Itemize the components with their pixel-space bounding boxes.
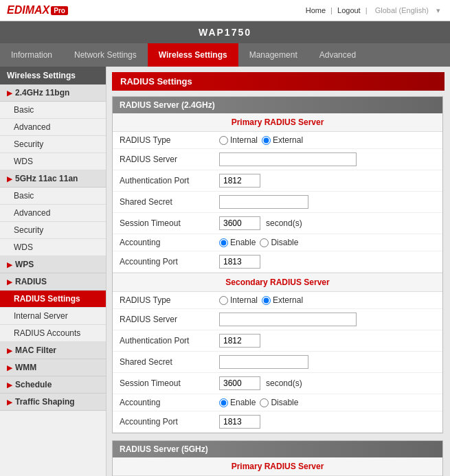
sidebar-item-wds-2g[interactable]: WDS: [0, 153, 106, 170]
radio-disable-accounting-primary-2g[interactable]: Disable: [260, 238, 298, 247]
radio-internal-primary-2g[interactable]: Internal: [219, 135, 258, 145]
auth-port-input-primary-2g[interactable]: [219, 174, 260, 188]
arrow-icon: ▶: [7, 398, 12, 406]
sidebar-group-wps[interactable]: ▶ WPS: [0, 256, 106, 273]
shared-secret-row-primary-2g: Shared Secret: [113, 192, 442, 213]
section-radius-5g: RADIUS Server (5GHz) Primary RADIUS Serv…: [112, 440, 443, 476]
sidebar-group-5g[interactable]: ▶ 5GHz 11ac 11an: [0, 170, 106, 188]
shared-secret-input-primary-2g[interactable]: [219, 195, 308, 209]
accounting-port-row-secondary-2g: Accounting Port: [113, 411, 442, 433]
sidebar-item-basic-2g[interactable]: Basic: [0, 102, 106, 119]
session-timeout-input-primary-2g[interactable]: [219, 216, 260, 230]
sidebar-item-basic-5g[interactable]: Basic: [0, 188, 106, 205]
sidebar-group-2g[interactable]: ▶ 2.4GHz 11bgn: [0, 84, 106, 102]
nav-tabs: Information Network Settings Wireless Se…: [0, 43, 450, 67]
radio-external-secondary-2g[interactable]: External: [262, 295, 303, 305]
tab-network-settings[interactable]: Network Settings: [63, 43, 148, 67]
sidebar-title: Wireless Settings: [0, 67, 106, 84]
section-header-2g: RADIUS Server (2.4GHz): [113, 97, 442, 113]
sidebar-item-security-5g[interactable]: Security: [0, 222, 106, 239]
session-timeout-row-secondary-2g: Session Timeout second(s): [113, 373, 442, 394]
logout-link[interactable]: Logout: [337, 6, 361, 14]
sidebar-item-radius-accounts[interactable]: RADIUS Accounts: [0, 325, 106, 342]
auth-port-row-primary-2g: Authentication Port: [113, 170, 442, 192]
main-layout: Wireless Settings ▶ 2.4GHz 11bgn Basic A…: [0, 67, 450, 476]
logo: EDIMAX Pro: [7, 4, 68, 16]
sidebar-item-advanced-5g[interactable]: Advanced: [0, 205, 106, 222]
sidebar-item-internal-server[interactable]: Internal Server: [0, 308, 106, 325]
arrow-icon: ▶: [7, 381, 12, 389]
shared-secret-input-secondary-2g[interactable]: [219, 355, 308, 369]
section-radius-2g: RADIUS Server (2.4GHz) Primary RADIUS Se…: [112, 96, 443, 433]
sidebar-item-advanced-2g[interactable]: Advanced: [0, 119, 106, 136]
sidebar-group-wmm[interactable]: ▶ WMM: [0, 359, 106, 376]
session-timeout-input-secondary-2g[interactable]: [219, 376, 260, 390]
content-scroll[interactable]: RADIUS Server (2.4GHz) Primary RADIUS Se…: [112, 96, 445, 476]
session-timeout-row-primary-2g: Session Timeout second(s): [113, 213, 442, 234]
seconds-label-primary-2g: second(s): [266, 218, 302, 228]
radio-external-primary-2g[interactable]: External: [262, 135, 303, 145]
auth-port-input-secondary-2g[interactable]: [219, 334, 260, 348]
page-title: RADIUS Settings: [112, 72, 445, 91]
section-header-5g: RADIUS Server (5GHz): [113, 441, 442, 457]
tab-advanced[interactable]: Advanced: [308, 43, 367, 67]
accounting-port-input-secondary-2g[interactable]: [219, 415, 260, 429]
primary-radius-header-5g: Primary RADIUS Server: [113, 457, 442, 476]
tab-wireless-settings[interactable]: Wireless Settings: [148, 43, 238, 67]
secondary-radius-header-2g: Secondary RADIUS Server: [113, 273, 442, 292]
tab-information[interactable]: Information: [0, 43, 63, 67]
radius-type-row-primary-2g: RADIUS Type Internal External: [113, 132, 442, 149]
arrow-icon: ▶: [7, 89, 12, 97]
home-link[interactable]: Home: [306, 6, 326, 14]
language-selector[interactable]: Global (English): [375, 6, 429, 14]
radius-server-row-secondary-2g: RADIUS Server: [113, 309, 442, 330]
arrow-icon: ▶: [7, 175, 12, 183]
sidebar-item-security-2g[interactable]: Security: [0, 136, 106, 153]
arrow-icon: ▶: [7, 364, 12, 372]
radio-disable-accounting-secondary-2g[interactable]: Disable: [260, 398, 298, 407]
radius-type-row-secondary-2g: RADIUS Type Internal External: [113, 292, 442, 309]
main-content: RADIUS Settings RADIUS Server (2.4GHz) P…: [106, 67, 450, 476]
radio-internal-secondary-2g[interactable]: Internal: [219, 295, 258, 305]
radius-server-input-primary-2g[interactable]: [219, 152, 357, 166]
accounting-port-input-primary-2g[interactable]: [219, 255, 260, 269]
tab-management[interactable]: Management: [238, 43, 308, 67]
accounting-row-secondary-2g: Accounting Enable Disable: [113, 394, 442, 411]
arrow-icon: ▶: [7, 261, 12, 269]
device-model: WAP1750: [0, 21, 450, 43]
seconds-label-secondary-2g: second(s): [266, 378, 302, 388]
radius-server-row-primary-2g: RADIUS Server: [113, 149, 442, 170]
logo-edimax: EDIMAX: [7, 4, 49, 16]
primary-radius-header-2g: Primary RADIUS Server: [113, 113, 442, 132]
auth-port-row-secondary-2g: Authentication Port: [113, 330, 442, 352]
accounting-row-primary-2g: Accounting Enable Disable: [113, 234, 442, 251]
logo-pro: Pro: [51, 6, 68, 15]
sidebar: Wireless Settings ▶ 2.4GHz 11bgn Basic A…: [0, 67, 106, 476]
radio-enable-accounting-primary-2g[interactable]: Enable: [219, 238, 256, 247]
sidebar-group-radius[interactable]: ▶ RADIUS: [0, 273, 106, 291]
arrow-icon: ▶: [7, 347, 12, 354]
sidebar-group-traffic-shaping[interactable]: ▶ Traffic Shaping: [0, 394, 106, 411]
header-links: Home | Logout | Global (English) ▾: [306, 6, 443, 15]
sidebar-group-mac-filter[interactable]: ▶ MAC Filter: [0, 342, 106, 359]
shared-secret-row-secondary-2g: Shared Secret: [113, 352, 442, 373]
sidebar-item-radius-settings[interactable]: RADIUS Settings: [0, 291, 106, 308]
sidebar-item-wds-5g[interactable]: WDS: [0, 239, 106, 256]
radio-enable-accounting-secondary-2g[interactable]: Enable: [219, 398, 256, 407]
arrow-icon: ▶: [7, 278, 12, 286]
sidebar-group-schedule[interactable]: ▶ Schedule: [0, 376, 106, 394]
chevron-down-icon: ▾: [436, 6, 440, 14]
accounting-port-row-primary-2g: Accounting Port: [113, 251, 442, 273]
radius-server-input-secondary-2g[interactable]: [219, 313, 357, 326]
header: EDIMAX Pro Home | Logout | Global (Engli…: [0, 0, 450, 21]
